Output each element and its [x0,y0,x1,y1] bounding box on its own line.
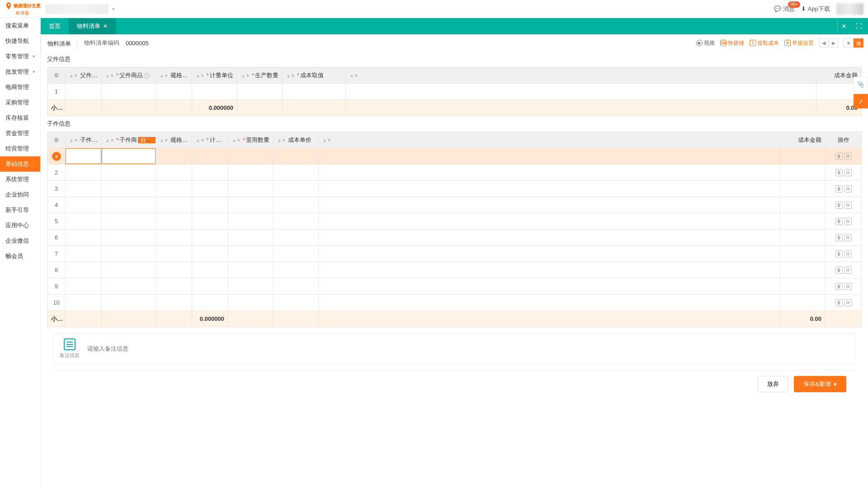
sidebar-item-基础信息[interactable]: 基础信息 [0,156,40,172]
sub-tab-bom[interactable]: 物料清单 [41,36,78,51]
delete-row-icon[interactable]: 🗑 [835,267,843,274]
sidebar-item-电商管理[interactable]: 电商管理 [0,80,40,95]
app-download-button[interactable]: ⬇ App下载 [801,5,830,13]
tab-物料清单[interactable]: 物料清单✕ [69,18,116,34]
child-row[interactable]: 7🗑⧉ [47,246,862,262]
expand-button[interactable]: ⤢ [854,94,868,108]
delete-row-icon[interactable]: 🗑 [835,250,843,258]
help-icon[interactable]: ? [144,73,150,79]
prev-doc-button[interactable]: ◀ [819,38,828,47]
shortcut-button[interactable]: ⌨快捷键 [720,39,744,47]
close-icon[interactable]: ✕ [103,18,108,34]
child-row-index: 10 [47,295,66,311]
save-and-new-button[interactable]: 保存&新增▾ [794,376,846,392]
gear-icon: ⚙ [784,40,791,46]
sidebar-item-采购管理[interactable]: 采购管理 [0,95,40,110]
child-col-spec[interactable]: ▲▼规格… [156,132,192,148]
child-row[interactable]: 2🗑⧉ [47,164,862,181]
view-list-button[interactable]: ≡ [844,38,854,47]
child-row[interactable]: 6🗑⧉ [47,230,862,246]
sidebar-item-零售管理[interactable]: 零售管理▾ [0,49,40,64]
chevron-down-icon: ▾ [33,64,35,80]
child-section-title: 子件信息 [47,116,862,131]
attachment-button[interactable]: 📎 [854,77,868,91]
video-help-button[interactable]: ▶视频 [696,39,715,47]
sidebar-item-经营管理[interactable]: 经营管理 [0,141,40,156]
child-col-settings[interactable]: ⚙ [47,132,66,148]
copy-row-icon[interactable]: ⧉ [844,202,852,209]
sidebar-item-企业协同[interactable]: 企业协同 [0,187,40,202]
brand-icon [5,2,13,10]
cancel-button[interactable]: 放弃 [758,376,788,392]
sidebar-item-畅会员[interactable]: 畅会员 [0,249,40,264]
child-col-code[interactable]: ▲▼子件… [66,132,102,148]
delete-row-icon[interactable]: 🗑 [835,283,843,290]
child-subtotal-row: 小计0.0000000.00 [47,311,862,327]
parent-row[interactable]: 1 [47,84,862,100]
sidebar-item-快捷导航[interactable]: 快捷导航 [0,34,40,49]
close-all-tabs-button[interactable]: ✕ [837,20,850,33]
parent-col-code[interactable]: ▲▼父件… [66,67,102,84]
add-row-button[interactable]: + [52,152,61,161]
parent-col-uom[interactable]: ▲▼*计量单位 [192,67,237,84]
copy-row-icon[interactable]: ⧉ [844,299,852,306]
scan-input-badge[interactable]: 扫码录入 [138,137,156,143]
view-form-button[interactable]: ▤ [854,38,863,47]
delete-row-icon[interactable]: 🗑 [835,234,843,241]
child-row[interactable]: 5🗑⧉ [47,213,862,230]
sidebar-item-新手引导[interactable]: 新手引导 [0,202,40,218]
delete-row-icon[interactable]: 🗑 [835,299,843,306]
copy-row-icon[interactable]: ⧉ [844,153,852,160]
child-row[interactable]: 9🗑⧉ [47,278,862,295]
child-row[interactable]: 4🗑⧉ [47,197,862,213]
parent-col-product[interactable]: ▲▼*父件商品? [102,67,156,84]
sidebar-item-系统管理[interactable]: 系统管理 [0,172,40,187]
parent-grid: ⚙ ▲▼父件… ▲▼*父件商品? ▲▼规格… ▲▼*计量单位 ▲▼*生产数量 ▲… [47,67,862,116]
next-doc-button[interactable]: ▶ [829,38,838,47]
delete-row-icon[interactable]: 🗑 [835,218,843,225]
fullscreen-icon[interactable]: ⛶ [853,20,865,33]
extract-cost-button[interactable]: ↧提取成本 [750,39,779,47]
remark-input[interactable] [87,345,850,352]
copy-row-icon[interactable]: ⧉ [844,218,852,225]
child-col-qty[interactable]: ▲▼*需用数量 [228,132,274,148]
doc-settings-button[interactable]: ⚙单据设置 [784,39,814,47]
parent-col-cost-source[interactable]: ▲▼*成本取值 [283,67,346,84]
child-col-cost-amount[interactable]: 成本金额 [780,132,826,148]
child-row[interactable]: 10🗑⧉ [47,295,862,311]
delete-row-icon[interactable]: 🗑 [835,185,843,192]
delete-row-icon[interactable]: 🗑 [835,153,843,160]
parent-col-qty[interactable]: ▲▼*生产数量 [237,67,283,84]
messages-badge: 99+ [788,1,800,8]
form-footer: 放弃 保存&新增▾ [53,370,855,398]
child-row-index: 2 [47,164,66,181]
parent-col-spec[interactable]: ▲▼规格… [156,67,192,84]
company-selector[interactable]: ▾ [45,4,115,14]
copy-row-icon[interactable]: ⧉ [844,250,852,258]
sidebar-item-资金管理[interactable]: 资金管理 [0,126,40,141]
copy-row-icon[interactable]: ⧉ [844,169,852,176]
child-row[interactable]: 8🗑⧉ [47,262,862,278]
save-new-label: 保存&新增 [803,380,831,388]
parent-col-settings[interactable]: ⚙ [47,67,66,84]
child-col-ops: 操作 [826,132,862,148]
sidebar-item-应用中心[interactable]: 应用中心 [0,218,40,233]
chevron-down-icon: ▾ [834,381,837,388]
user-avatar[interactable] [836,3,863,15]
delete-row-icon[interactable]: 🗑 [835,202,843,209]
child-row[interactable]: +🗑⧉ [47,148,862,164]
copy-row-icon[interactable]: ⧉ [844,283,852,290]
child-col-product[interactable]: ▲▼*子件商扫码录入 [102,132,156,148]
messages-button[interactable]: 💬 消息 99+ [774,5,795,13]
copy-row-icon[interactable]: ⧉ [844,267,852,274]
delete-row-icon[interactable]: 🗑 [835,169,843,176]
child-row[interactable]: 3🗑⧉ [47,181,862,197]
tab-首页[interactable]: 首页 [41,18,69,34]
sidebar-item-企业微信[interactable]: 企业微信 [0,233,40,249]
copy-row-icon[interactable]: ⧉ [844,185,852,192]
sidebar-item-批发管理[interactable]: 批发管理▾ [0,64,40,80]
child-col-uom[interactable]: ▲▼*计量… [192,132,228,148]
sidebar-item-库存核算[interactable]: 库存核算 [0,110,40,126]
copy-row-icon[interactable]: ⧉ [844,234,852,241]
child-col-unit-cost[interactable]: ▲▼成本单价 [274,132,319,148]
